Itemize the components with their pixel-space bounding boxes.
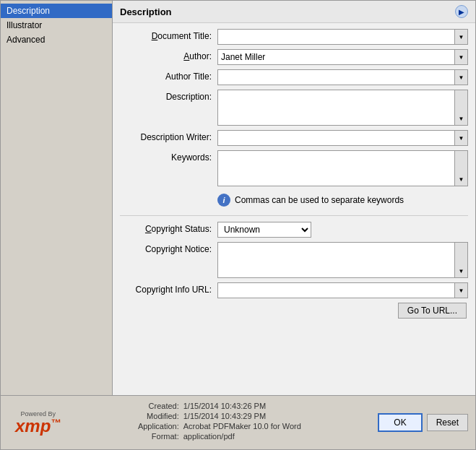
- copyright-url-dropdown[interactable]: ▼: [455, 282, 468, 298]
- section-header: Description ▶: [113, 1, 475, 23]
- author-input-area: ▼: [217, 49, 468, 65]
- modified-label: Modified:: [137, 412, 181, 420]
- author-title-row: Author Title: ▼: [120, 69, 468, 85]
- application-row: Application: Acrobat PDFMaker 10.0 for W…: [137, 422, 303, 430]
- keywords-dropdown[interactable]: ▼: [455, 150, 468, 186]
- metadata-table: Created: 1/15/2014 10:43:26 PM Modified:…: [135, 400, 304, 442]
- copyright-notice-dropdown[interactable]: ▼: [455, 242, 468, 278]
- author-dropdown[interactable]: ▼: [455, 49, 468, 65]
- keywords-input-area: ▼: [217, 150, 468, 186]
- ok-button[interactable]: OK: [378, 413, 422, 432]
- created-label: Created:: [137, 402, 181, 410]
- author-title-input[interactable]: [217, 69, 455, 85]
- copyright-url-input-area: ▼: [217, 282, 468, 298]
- keywords-label: Keywords:: [120, 150, 217, 163]
- copyright-status-select[interactable]: Unknown Copyrighted Public Domain: [217, 222, 311, 238]
- section-title: Description: [120, 7, 172, 17]
- description-label: Description:: [120, 90, 217, 102]
- description-input-area: ▼: [217, 90, 468, 126]
- keywords-hint-row: i Commas can be used to separate keyword…: [217, 191, 468, 209]
- document-title-label: Document Title:: [120, 29, 217, 41]
- author-label: Author:: [120, 49, 217, 61]
- copyright-notice-textarea[interactable]: [217, 242, 455, 278]
- copyright-url-input[interactable]: [217, 282, 455, 298]
- created-value: 1/15/2014 10:43:26 PM: [182, 402, 303, 410]
- modified-value: 1/15/2014 10:43:29 PM: [182, 412, 303, 420]
- author-title-dropdown[interactable]: ▼: [455, 69, 468, 85]
- description-writer-row: Description Writer: ▼: [120, 130, 468, 146]
- footer: Powered By xmp™ Created: 1/15/2014 10:43…: [1, 395, 475, 449]
- format-row: Format: application/pdf: [137, 432, 303, 441]
- keywords-row: Keywords: ▼: [120, 150, 468, 186]
- document-title-row: Document Title: ▼: [120, 29, 468, 45]
- copyright-status-label: Copyright Status:: [120, 222, 217, 234]
- sidebar-item-advanced[interactable]: Advanced: [1, 33, 112, 47]
- metadata-area: Created: 1/15/2014 10:43:26 PM Modified:…: [61, 400, 378, 445]
- section-divider: [120, 215, 468, 216]
- description-writer-dropdown[interactable]: ▼: [455, 130, 468, 146]
- format-value: application/pdf: [182, 432, 303, 441]
- document-title-input-area: ▼: [217, 29, 468, 45]
- sidebar-item-illustrator[interactable]: Illustrator: [1, 18, 112, 33]
- copyright-status-row: Copyright Status: Unknown Copyrighted Pu…: [120, 222, 468, 238]
- xmp-logo-text: xmp™: [15, 417, 61, 435]
- keywords-hint: Commas can be used to separate keywords: [235, 195, 404, 205]
- copyright-url-row: Copyright Info URL: ▼: [120, 282, 468, 298]
- description-textarea[interactable]: [217, 90, 455, 126]
- sidebar: Description Illustrator Advanced: [1, 1, 113, 395]
- reset-button[interactable]: Reset: [427, 414, 468, 431]
- description-writer-input[interactable]: [217, 130, 455, 146]
- modified-row: Modified: 1/15/2014 10:43:29 PM: [137, 412, 303, 420]
- description-writer-input-area: ▼: [217, 130, 468, 146]
- xmp-logo: Powered By xmp™: [15, 410, 61, 435]
- description-dropdown[interactable]: ▼: [455, 90, 468, 126]
- keywords-textarea[interactable]: [217, 150, 455, 186]
- copyright-notice-row: Copyright Notice: ▼: [120, 242, 468, 278]
- author-row: Author: ▼: [120, 49, 468, 65]
- copyright-notice-label: Copyright Notice:: [120, 242, 217, 254]
- footer-lower: Powered By xmp™ Created: 1/15/2014 10:43…: [8, 400, 468, 445]
- expand-button[interactable]: ▶: [455, 5, 468, 18]
- copyright-url-label: Copyright Info URL:: [120, 282, 217, 295]
- footer-buttons: OK Reset: [378, 413, 468, 432]
- description-row: Description: ▼: [120, 90, 468, 126]
- main-content: Description ▶ Document Title: ▼: [113, 1, 475, 395]
- dialog-body: Description Illustrator Advanced Descrip…: [1, 1, 475, 395]
- application-value: Acrobat PDFMaker 10.0 for Word: [182, 422, 303, 430]
- form-area: Document Title: ▼ Author: ▼: [113, 23, 475, 395]
- author-title-label: Author Title:: [120, 69, 217, 82]
- description-writer-label: Description Writer:: [120, 130, 217, 142]
- goto-url-button[interactable]: Go To URL...: [398, 303, 467, 319]
- copyright-notice-input-area: ▼: [217, 242, 468, 278]
- created-row: Created: 1/15/2014 10:43:26 PM: [137, 402, 303, 410]
- document-title-dropdown[interactable]: ▼: [455, 29, 468, 45]
- document-title-input[interactable]: [217, 29, 455, 45]
- application-label: Application:: [137, 422, 181, 430]
- author-input[interactable]: [217, 49, 455, 65]
- info-icon: i: [217, 194, 230, 207]
- goto-url-row: Go To URL...: [120, 303, 468, 319]
- sidebar-item-description[interactable]: Description: [1, 4, 112, 18]
- copyright-status-input-area: Unknown Copyrighted Public Domain: [217, 222, 468, 238]
- author-title-input-area: ▼: [217, 69, 468, 85]
- format-label: Format:: [137, 432, 181, 441]
- dialog: Description Illustrator Advanced Descrip…: [0, 0, 476, 450]
